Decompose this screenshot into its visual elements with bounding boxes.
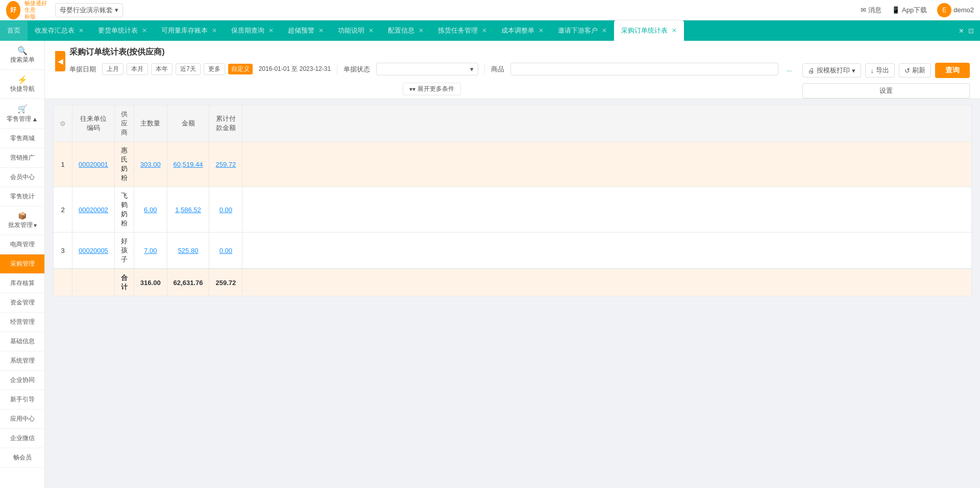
close-icon[interactable]: ✕ [318, 27, 324, 34]
tab-purchase-stats[interactable]: 采购订单统计表 ✕ [614, 20, 684, 41]
row-paid[interactable]: 259.72 [209, 142, 242, 187]
tab-function-desc[interactable]: 功能说明 ✕ [331, 20, 381, 41]
sidebar: 🔍 搜索菜单 ⚡ 快捷导航 🛒 零售管理 ▲ 零售商城 营销推广 会员中心 零售… [0, 41, 45, 488]
workspace-selector[interactable]: 母婴行业演示账套 ▾ [55, 3, 123, 17]
sidebar-item-enterprise-wx[interactable]: 企业微信 [0, 429, 44, 448]
message-icon: ✉ [861, 6, 866, 14]
settings-btn[interactable]: 设置 [802, 83, 970, 98]
close-icon[interactable]: ✕ [369, 27, 374, 34]
refresh-btn[interactable]: ↺ 刷新 [899, 63, 931, 78]
date-shortcuts: 上月 本月 本年 近7天 更多 自定义 [102, 63, 253, 75]
table-col-amount: 金额 [167, 106, 209, 142]
app-download-btn[interactable]: 📱 App下载 [892, 6, 927, 15]
query-btn[interactable]: 查询 [935, 63, 970, 78]
sidebar-item-inventory[interactable]: 库存核算 [0, 274, 44, 293]
tab-goods-stats[interactable]: 要货单统计表 ✕ [91, 20, 154, 41]
sidebar-item-base-info[interactable]: 基础信息 [0, 332, 44, 351]
status-select[interactable]: ▾ [376, 63, 478, 75]
row-paid[interactable]: 0.00 [209, 187, 242, 233]
tab-receive-summary[interactable]: 收发存汇总表 ✕ [28, 20, 91, 41]
sidebar-item-wholesale[interactable]: 📦 批发管理 ▾ [0, 207, 44, 235]
row-qty[interactable]: 7.00 [134, 233, 167, 269]
close-icon[interactable]: ✕ [672, 27, 677, 34]
sidebar-item-app-center[interactable]: 应用中心 [0, 409, 44, 429]
row-qty[interactable]: 303.00 [134, 142, 167, 187]
table-header-row: ⚙ 往来单位编码 供应商 主数量 金额 累计付款金额 [54, 106, 972, 142]
sidebar-item-quick-nav[interactable]: ⚡ 快捷导航 [0, 70, 44, 99]
tab-available-stock[interactable]: 可用量库存账本 ✕ [154, 20, 224, 41]
table-col-supplier: 供应商 [114, 106, 134, 142]
date-btn-this-month[interactable]: 本月 [127, 63, 148, 75]
expand-icon: ▲ [32, 116, 38, 123]
expand-conditions-btn[interactable]: ▾▾ 展开更多条件 [403, 83, 461, 95]
collapse-panel-btn[interactable]: ◀ [55, 51, 65, 71]
row-code[interactable]: 00020001 [72, 142, 115, 187]
page-title: 采购订单统计表(按供应商) [69, 47, 970, 58]
row-code[interactable]: 00020005 [72, 233, 115, 269]
row-supplier: 飞鹤奶粉 [114, 187, 134, 233]
row-amount[interactable]: 525.80 [167, 233, 209, 269]
close-icon[interactable]: ✕ [79, 27, 84, 34]
date-btn-this-year[interactable]: 本年 [151, 63, 173, 75]
row-amount[interactable]: 60,519.44 [167, 142, 209, 187]
filter-divider [337, 64, 337, 74]
sidebar-item-retail-shop[interactable]: 零售商城 [0, 129, 44, 148]
sidebar-item-new-guide[interactable]: 新手引导 [0, 390, 44, 409]
row-code[interactable]: 00020002 [72, 187, 115, 233]
close-icon[interactable]: ✕ [419, 27, 424, 34]
tab-config-info[interactable]: 配置信息 ✕ [381, 20, 431, 41]
expand-icon: ▾ [34, 222, 37, 229]
table-body: 1 00020001 惠氏奶粉 303.00 60,519.44 259.72 … [54, 142, 972, 269]
close-icon[interactable]: ✕ [482, 27, 487, 34]
tab-invite-downstream[interactable]: 邀请下游客户 ✕ [551, 20, 614, 41]
goods-search-field[interactable] [515, 65, 774, 73]
tab-overstock-alert[interactable]: 超储预警 ✕ [281, 20, 331, 41]
date-btn-last-month[interactable]: 上月 [102, 63, 124, 75]
message-btn[interactable]: ✉ 消息 [861, 6, 881, 15]
row-amount[interactable]: 1,586.52 [167, 187, 209, 233]
close-icon[interactable]: ✕ [268, 27, 274, 34]
close-icon[interactable]: ✕ [212, 27, 217, 34]
tab-pick-task[interactable]: 拣货任务管理 ✕ [431, 20, 494, 41]
close-all-icon[interactable]: ✕ [959, 27, 964, 35]
table-row: 1 00020001 惠氏奶粉 303.00 60,519.44 259.72 [54, 142, 972, 187]
sidebar-item-search[interactable]: 🔍 搜索菜单 [0, 41, 44, 70]
tab-cost-adjust[interactable]: 成本调整单 ✕ [494, 20, 551, 41]
maximize-icon[interactable]: ⊡ [968, 27, 974, 35]
nav-tabs: 首页 收发存汇总表 ✕ 要货单统计表 ✕ 可用量库存账本 ✕ 保质期查询 ✕ 超… [0, 20, 980, 41]
row-paid[interactable]: 0.00 [209, 233, 242, 269]
more-options-btn[interactable]: ... [785, 64, 794, 74]
content-area: ◀ 采购订单统计表(按供应商) 单据日期 上月 本月 [45, 41, 980, 488]
tab-home[interactable]: 首页 [0, 20, 28, 41]
sidebar-item-finance[interactable]: 资金管理 [0, 293, 44, 313]
top-right-actions: ✉ 消息 📱 App下载 E demo2 [861, 3, 974, 17]
logo-area: 好 畅捷通好生意 标版 [6, 0, 51, 20]
row-qty[interactable]: 6.00 [134, 187, 167, 233]
sidebar-item-sys-manage[interactable]: 系统管理 [0, 351, 44, 371]
close-icon[interactable]: ✕ [142, 27, 147, 34]
tab-expiry-query[interactable]: 保质期查询 ✕ [224, 20, 281, 41]
sidebar-item-operations[interactable]: 经营管理 [0, 313, 44, 332]
print-btn[interactable]: 🖨 按模板打印 ▾ [802, 63, 861, 78]
date-btn-more[interactable]: 更多 [204, 63, 225, 75]
sidebar-item-ecommerce[interactable]: 电商管理 [0, 235, 44, 254]
sidebar-item-purchase[interactable]: 采购管理 [0, 254, 44, 274]
table-col-paid: 累计付款金额 [209, 106, 242, 142]
close-icon[interactable]: ✕ [602, 27, 607, 34]
export-btn[interactable]: ↓ 导出 [865, 63, 895, 78]
close-icon[interactable]: ✕ [538, 27, 544, 34]
sidebar-item-member[interactable]: 会员中心 [0, 168, 44, 187]
column-settings-icon[interactable]: ⚙ [60, 120, 66, 127]
expand-down-icon: ▾▾ [409, 86, 415, 93]
sidebar-item-marketing[interactable]: 营销推广 [0, 148, 44, 168]
row-no: 3 [54, 233, 72, 269]
page-header: ◀ 采购订单统计表(按供应商) 单据日期 上月 本月 [45, 41, 980, 99]
sidebar-item-member2[interactable]: 畅会员 [0, 448, 44, 468]
user-profile[interactable]: E demo2 [937, 3, 974, 17]
main-layout: 🔍 搜索菜单 ⚡ 快捷导航 🛒 零售管理 ▲ 零售商城 营销推广 会员中心 零售… [0, 41, 980, 488]
sidebar-item-retail-stats[interactable]: 零售统计 [0, 187, 44, 207]
date-btn-7days[interactable]: 近7天 [176, 63, 201, 75]
sidebar-item-retail[interactable]: 🛒 零售管理 ▲ [0, 99, 44, 129]
goods-filter-input[interactable] [510, 63, 778, 75]
sidebar-item-enterprise[interactable]: 企业协同 [0, 371, 44, 390]
